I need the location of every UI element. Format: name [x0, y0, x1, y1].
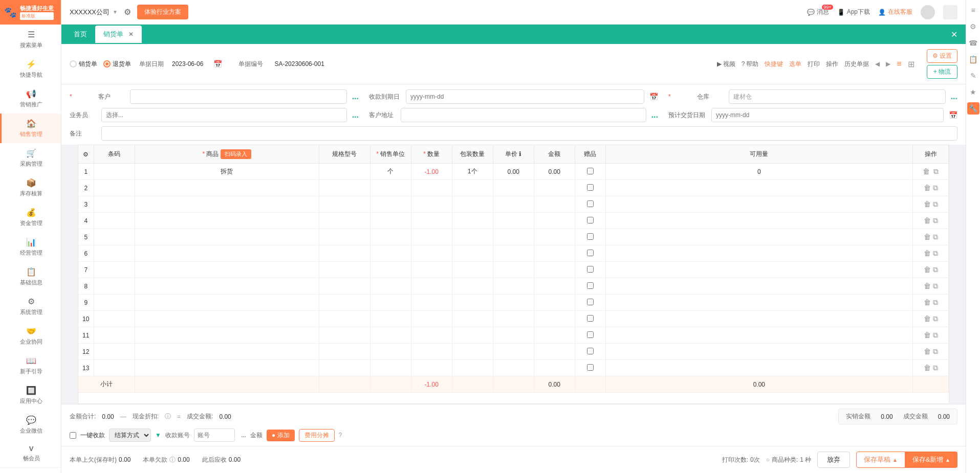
customer-ellipsis-icon[interactable]: ... [352, 92, 359, 101]
copy-row-icon-1[interactable]: ⧉ [933, 167, 939, 175]
copy-icon[interactable]: ⧉ [933, 282, 938, 290]
copy-icon[interactable]: ⧉ [933, 298, 938, 306]
sidebar-item-wechat[interactable]: 💬 企业微信 [0, 410, 61, 440]
remark-input[interactable] [101, 126, 957, 141]
topbar-gear-icon[interactable]: ⚙ [124, 7, 131, 17]
copy-icon[interactable]: ⧉ [933, 200, 938, 208]
receivable-date-picker-icon[interactable]: 📅 [649, 93, 658, 101]
copy-icon[interactable]: ⧉ [933, 265, 938, 274]
delete-icon[interactable]: 🗑 [924, 184, 931, 192]
sidebar-item-search[interactable]: ☰ 搜索菜单 [0, 25, 61, 54]
delete-icon[interactable]: 🗑 [924, 282, 931, 290]
app-download-button[interactable]: 📱 App下载 [837, 8, 870, 16]
cost-allocation-button[interactable]: 费用分摊 [299, 429, 335, 442]
delete-icon[interactable]: 🗑 [924, 216, 931, 224]
row-barcode-1[interactable] [94, 164, 135, 180]
account-ellipsis-icon[interactable]: ... [241, 432, 246, 439]
history-next-icon[interactable]: ▶ [886, 60, 890, 67]
row-quantity-1[interactable]: -1.00 [411, 164, 452, 180]
copy-icon[interactable]: ⧉ [933, 364, 938, 372]
history-action[interactable]: 历史单据 [844, 60, 869, 69]
delete-icon[interactable]: 🗑 [924, 314, 931, 323]
customer-address-input[interactable] [401, 108, 646, 122]
delete-icon[interactable]: 🗑 [924, 200, 931, 208]
right-icon-3[interactable]: ☎ [967, 37, 979, 49]
sidebar-item-shortcut[interactable]: ⚡ 快捷导航 [0, 54, 61, 84]
account-input[interactable] [194, 429, 235, 442]
sidebar-item-appstore[interactable]: 🔲 应用中心 [0, 380, 61, 410]
copy-icon[interactable]: ⧉ [933, 184, 938, 192]
expected-delivery-input[interactable] [711, 108, 944, 122]
row-spec-1[interactable] [319, 164, 370, 180]
save-new-button[interactable]: 保存&新增 ▲ [905, 452, 957, 468]
salesperson-input[interactable] [101, 108, 347, 122]
setup-button[interactable]: ⚙ 设置 [927, 49, 957, 63]
radio-return[interactable]: 退货单 [103, 60, 131, 69]
message-button[interactable]: 💬 消息 99+ [807, 8, 829, 16]
settlement-method-select[interactable]: 结算方式 [109, 429, 151, 442]
right-icon-6[interactable]: ★ [967, 86, 979, 98]
right-icon-7-active[interactable]: 🔧 [967, 102, 979, 115]
warehouse-ellipsis-icon[interactable]: ... [951, 92, 957, 101]
row-gift-1[interactable] [575, 164, 605, 180]
list-view-icon[interactable]: ≡ [897, 59, 901, 69]
row-price-1[interactable]: 0.00 [493, 164, 534, 180]
operation-action[interactable]: 操作 [826, 60, 838, 69]
copy-icon[interactable]: ⧉ [933, 331, 938, 339]
sidebar-item-inventory[interactable]: 📦 库存核算 [0, 173, 61, 202]
copy-icon[interactable]: ⧉ [933, 233, 938, 241]
print-action[interactable]: 打印 [808, 60, 820, 69]
sidebar-item-system[interactable]: ⚙ 系统管理 [0, 291, 61, 321]
tab-close-icon[interactable]: ✕ [128, 31, 134, 38]
user-avatar[interactable] [921, 5, 935, 19]
select-action[interactable]: 选单 [789, 60, 801, 69]
warehouse-input[interactable] [729, 89, 946, 104]
add-payment-button[interactable]: ● 添加 [267, 430, 295, 441]
scan-button[interactable]: 扫码录入 [221, 149, 251, 159]
online-service-button[interactable]: 👤 在线客服 [878, 8, 912, 16]
customer-input[interactable] [130, 89, 347, 104]
sidebar-item-guide[interactable]: 📖 新手引导 [0, 351, 61, 380]
right-icon-5[interactable]: ✎ [967, 70, 979, 82]
one-click-payment-checkbox[interactable] [70, 432, 76, 439]
tab-sales-order[interactable]: 销货单 ✕ [95, 26, 142, 43]
copy-icon[interactable]: ⧉ [933, 347, 938, 355]
video-action[interactable]: ▶ 视频 [717, 60, 735, 69]
logistics-button[interactable]: + 物流 [927, 65, 957, 79]
shortcut-action[interactable]: 快捷键 [765, 60, 783, 69]
delete-icon[interactable]: 🗑 [924, 249, 931, 257]
sidebar-item-marketing[interactable]: 📢 营销推广 [0, 84, 61, 114]
copy-icon[interactable]: ⧉ [933, 249, 938, 257]
copy-icon[interactable]: ⧉ [933, 314, 938, 323]
sidebar-item-purchase[interactable]: 🛒 采购管理 [0, 143, 61, 173]
delete-icon[interactable]: 🗑 [924, 298, 931, 306]
copy-icon[interactable]: ⧉ [933, 216, 938, 224]
company-selector[interactable]: XXXXXX公司 ▼ [70, 8, 118, 17]
save-draft-button[interactable]: 保存草稿 ▲ [856, 452, 905, 468]
date-picker-icon[interactable]: 📅 [213, 60, 222, 68]
sidebar-item-member[interactable]: V 畅会员 [0, 440, 61, 467]
expected-delivery-picker-icon[interactable]: 📅 [949, 111, 957, 119]
window-close-icon[interactable]: ✕ [947, 30, 962, 39]
settlement-ellipsis[interactable]: ▼ [155, 432, 161, 439]
right-icon-1[interactable]: ≡ [967, 4, 979, 16]
help-action[interactable]: ? 帮助 [742, 60, 759, 69]
user-menu-icon[interactable] [943, 5, 957, 19]
receivable-date-input[interactable] [406, 89, 644, 104]
delete-icon[interactable]: 🗑 [924, 265, 931, 274]
abandon-button[interactable]: 放弃 [817, 452, 850, 468]
right-icon-4[interactable]: 📋 [967, 53, 979, 65]
sidebar-item-operations[interactable]: 📊 经营管理 [0, 232, 61, 262]
history-prev-icon[interactable]: ◀ [875, 60, 880, 67]
delete-icon[interactable]: 🗑 [924, 347, 931, 355]
delete-icon[interactable]: 🗑 [924, 233, 931, 241]
tab-home[interactable]: 首页 [66, 26, 95, 43]
sidebar-item-enterprise[interactable]: 🤝 企业协同 [0, 321, 61, 351]
trial-button[interactable]: 体验行业方案 [137, 5, 188, 19]
grid-view-icon[interactable]: ⊞ [908, 59, 914, 69]
table-gear-icon[interactable]: ⚙ [83, 151, 89, 158]
right-icon-2[interactable]: ⚙ [967, 20, 979, 33]
customer-address-ellipsis-icon[interactable]: ... [651, 110, 658, 120]
sidebar-item-finance[interactable]: 💰 资金管理 [0, 202, 61, 232]
radio-sales[interactable]: 销货单 [70, 60, 97, 69]
